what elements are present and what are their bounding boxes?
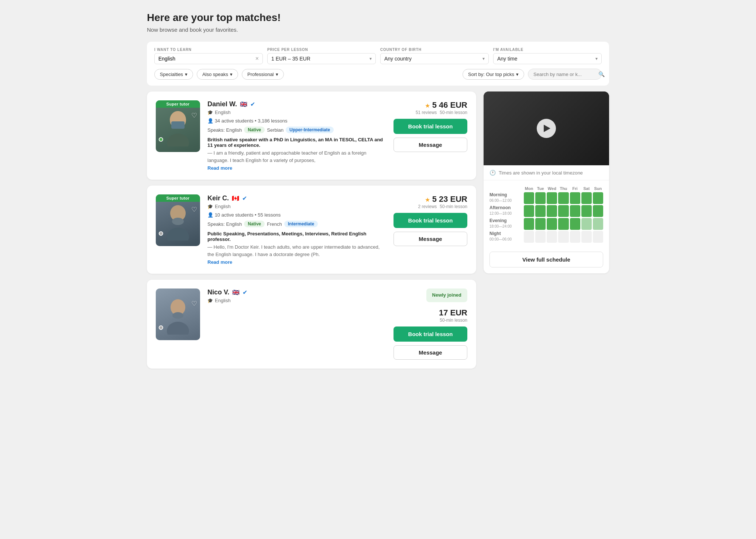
available-value: Any time: [497, 56, 593, 62]
specialties-filter-button[interactable]: Specialties ▾: [154, 69, 193, 80]
tutor-name-row-keir: Keir C. 🇨🇦 ✔: [207, 194, 386, 202]
schedule-day-sat: Sat: [581, 186, 592, 191]
offline-status-dot-keir: [159, 231, 163, 236]
also-speaks-filter-button[interactable]: Also speaks ▾: [197, 69, 238, 80]
country-value: Any country: [384, 56, 480, 62]
read-more-link-keir[interactable]: Read more: [207, 259, 232, 265]
tutor-stats-text-keir: 10 active students • 55 lessons: [215, 212, 281, 218]
lang-level-tag-keir: Intermediate: [284, 221, 318, 227]
schedule-cell: [535, 218, 546, 230]
schedule-row-morning: Morning 06:00—12:00: [489, 192, 603, 204]
also-speaks-label: Also speaks: [202, 72, 228, 77]
message-button-keir[interactable]: Message: [394, 232, 467, 246]
sort-button[interactable]: Sort by: Our top picks ▾: [463, 69, 524, 80]
book-trial-button-keir[interactable]: Book trial lesson: [394, 213, 467, 228]
lang-native-tag-keir: Native: [244, 221, 265, 227]
tutor-subject-keir: 🎓 English: [207, 204, 386, 209]
search-name-wrap[interactable]: 🔍: [528, 69, 602, 80]
schedule-cell: [581, 231, 592, 243]
schedule-cell: [535, 231, 546, 243]
verified-icon: ✔: [250, 101, 255, 108]
clock-icon: 🕐: [489, 170, 496, 176]
tutor-photo-col-nico: ♡: [156, 288, 200, 340]
schedule-day-wed: Wed: [547, 186, 557, 191]
schedule-cell: [524, 205, 534, 217]
specialties-label: Specialties: [160, 72, 183, 77]
professional-filter-button[interactable]: Professional ▾: [242, 69, 284, 80]
view-schedule-button[interactable]: View full schedule: [489, 252, 603, 267]
available-select[interactable]: Any time ▾: [493, 53, 602, 64]
star-icon-keir: ★: [425, 196, 430, 203]
read-more-link[interactable]: Read more: [207, 165, 232, 171]
price-filter: PRICE PER LESSON 1 EUR – 35 EUR ▾: [267, 48, 376, 64]
price-row-keir: 2 reviews 50-min lesson: [418, 204, 467, 209]
search-name-input[interactable]: [533, 72, 595, 77]
subject-icon-keir: 🎓: [207, 204, 213, 209]
schedule-cell: [581, 192, 592, 204]
schedule-day-mon: Mon: [524, 186, 534, 191]
tutor-flag-nico: 🇬🇧: [232, 289, 240, 296]
price-select[interactable]: 1 EUR – 35 EUR ▾: [267, 53, 376, 64]
super-tutor-badge: Super tutor: [156, 100, 200, 108]
schedule-cell: [558, 192, 568, 204]
tutor-video-preview[interactable]: [484, 91, 609, 165]
tutor-info-nico: Nico V. 🇬🇧 ✔ 🎓 English: [207, 288, 386, 306]
super-tutor-badge-keir: Super tutor: [156, 194, 200, 202]
verified-icon-keir: ✔: [242, 195, 247, 202]
svg-point-7: [167, 322, 189, 335]
speaks-label: Speaks: English: [207, 127, 242, 133]
favorite-button-daniel[interactable]: ♡: [191, 111, 197, 120]
want-to-learn-clear-button[interactable]: ×: [255, 56, 259, 62]
schedule-row-afternoon: Afternoon 12:00—18:00: [489, 205, 603, 217]
schedule-cell: [593, 192, 603, 204]
book-trial-button-nico[interactable]: Book trial lesson: [394, 326, 467, 342]
schedule-cell: [524, 218, 534, 230]
want-to-learn-label: I WANT TO LEARN: [154, 48, 263, 52]
reviews-text-keir: 2 reviews: [418, 204, 437, 209]
schedule-cell: [524, 231, 534, 243]
tutor-card: Super tutor ♡ Keir C. 🇨🇦 ✔ 🎓 English: [147, 186, 476, 274]
tutor-bio-text: — I am a friendly, patient and approacha…: [207, 149, 386, 164]
tutor-avatar-nico: [163, 294, 193, 335]
want-to-learn-input-wrap[interactable]: ×: [154, 53, 263, 64]
favorite-button-keir[interactable]: ♡: [191, 205, 197, 214]
online-status-dot: [159, 137, 163, 142]
rating-num: 5: [432, 100, 437, 110]
country-select[interactable]: Any country ▾: [380, 53, 489, 64]
svg-point-4: [167, 228, 189, 241]
schedule-row-evening: Evening 18:00—24:00: [489, 218, 603, 230]
tutor-subject: 🎓 English: [207, 110, 386, 115]
sort-chevron-icon: ▾: [516, 72, 519, 77]
want-to-learn-input[interactable]: [158, 56, 253, 62]
tutor-actions-nico: Newly joined 17 EUR 50-min lesson Book t…: [394, 288, 467, 360]
offline-status-dot-nico: [159, 325, 163, 330]
rating-row: ★ 5 46 EUR: [416, 100, 467, 110]
tutor-bio-title-keir: Public Speaking, Presentations, Meetings…: [207, 231, 386, 242]
tutor-name-keir: Keir C.: [207, 194, 229, 202]
schedule-day-tue: Tue: [535, 186, 546, 191]
lang2: Serbian: [267, 127, 284, 133]
favorite-button-nico[interactable]: ♡: [191, 300, 197, 308]
active-students-icon: 👤: [207, 118, 213, 124]
svg-point-8: [172, 312, 183, 319]
schedule-cell: [547, 205, 557, 217]
schedule-cell: [558, 205, 568, 217]
rating-num-keir: 5: [432, 194, 437, 204]
tutor-stats: 👤 34 active students • 3,186 lessons: [207, 118, 386, 124]
rating-row-keir: ★ 5 23 EUR: [418, 194, 467, 204]
message-button-nico[interactable]: Message: [394, 345, 467, 360]
schedule-cell: [535, 192, 546, 204]
book-trial-button-daniel[interactable]: Book trial lesson: [394, 119, 467, 134]
speaks-label-keir: Speaks: English: [207, 221, 242, 227]
schedule-day-sun: Sun: [593, 186, 603, 191]
schedule-cell: [570, 205, 580, 217]
play-video-button[interactable]: [537, 119, 556, 138]
schedule-cell: [570, 218, 580, 230]
price-label: PRICE PER LESSON: [267, 48, 376, 52]
tutor-info-keir: Keir C. 🇨🇦 ✔ 🎓 English 👤 10 active stude…: [207, 194, 386, 265]
schedule-rows: Morning 06:00—12:00 Af: [489, 192, 603, 243]
schedule-cell: [570, 192, 580, 204]
newly-joined-badge: Newly joined: [426, 288, 467, 302]
message-button-daniel[interactable]: Message: [394, 138, 467, 152]
schedule-cell: [547, 231, 557, 243]
